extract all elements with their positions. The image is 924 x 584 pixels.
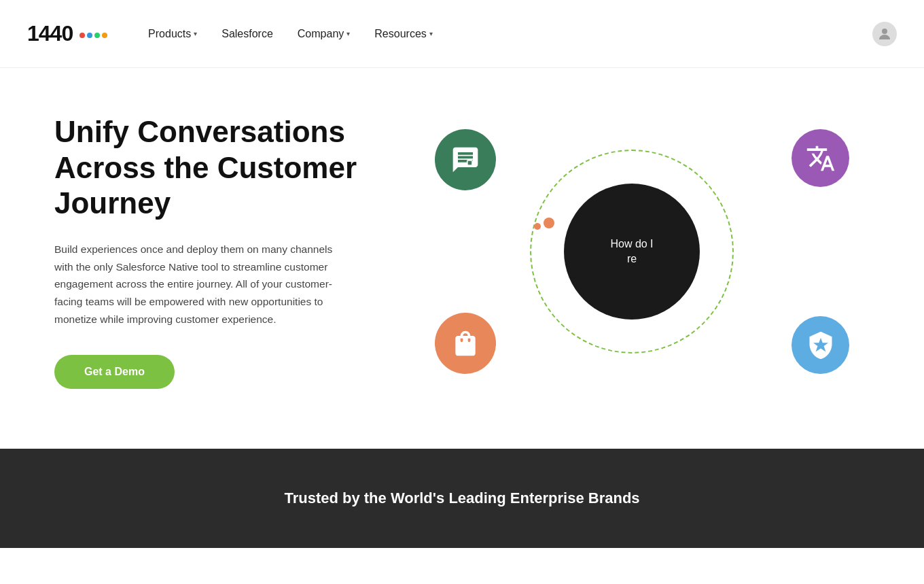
ring-dot-medium (544, 218, 554, 228)
logo[interactable]: 1440 (27, 21, 107, 46)
trust-section: Trusted by the World's Leading Enterpris… (0, 449, 924, 548)
hero-illustration: How do I re (394, 109, 870, 394)
user-icon (876, 26, 893, 42)
center-circle-text: How do I re (610, 237, 653, 267)
hero-description: Build experiences once and deploy them o… (54, 241, 346, 328)
nav-label-resources: Resources (374, 28, 426, 40)
nav-item-products[interactable]: Products ▾ (148, 28, 197, 40)
chat-icon-circle (435, 129, 496, 190)
nav-item-company[interactable]: Company ▾ (298, 28, 350, 40)
center-circle: How do I re (564, 184, 700, 320)
nav-link-resources[interactable]: Resources ▾ (374, 28, 432, 40)
shop-icon (450, 328, 480, 358)
shield-icon-circle (792, 316, 849, 374)
chevron-down-icon: ▾ (194, 30, 197, 37)
ring-dot-small (534, 223, 541, 230)
logo-dots (79, 33, 107, 38)
translate-icon-circle (792, 129, 849, 187)
nav-item-salesforce[interactable]: Salesforce (221, 28, 273, 40)
nav-link-salesforce[interactable]: Salesforce (221, 28, 273, 40)
hero-content: Unify Conversations Across the Customer … (54, 114, 394, 389)
logo-text: 1440 (27, 21, 107, 46)
chevron-down-icon: ▾ (346, 30, 350, 37)
nav-links: Products ▾ Salesforce Company ▾ Resource… (148, 28, 433, 40)
nav-item-resources[interactable]: Resources ▾ (374, 28, 432, 40)
hero-section: Unify Conversations Across the Customer … (0, 68, 924, 449)
hero-title: Unify Conversations Across the Customer … (54, 114, 394, 222)
dot-blue (87, 33, 92, 38)
get-demo-button[interactable]: Get a Demo (54, 355, 175, 389)
chevron-down-icon: ▾ (429, 30, 433, 37)
trust-title: Trusted by the World's Leading Enterpris… (27, 489, 897, 507)
nav-link-company[interactable]: Company ▾ (298, 28, 350, 40)
center-text-line2: re (627, 253, 637, 264)
dot-orange (102, 33, 107, 38)
nav-label-salesforce: Salesforce (221, 28, 273, 40)
nav-label-products: Products (148, 28, 191, 40)
svg-point-0 (882, 29, 887, 34)
nav-label-company: Company (298, 28, 344, 40)
nav-link-products[interactable]: Products ▾ (148, 28, 197, 40)
dot-green (94, 33, 100, 38)
dot-red (79, 33, 85, 38)
user-avatar[interactable] (872, 22, 897, 46)
shield-star-icon (806, 330, 836, 360)
center-text-line1: How do I (610, 238, 653, 250)
chat-icon (450, 145, 480, 175)
translate-icon (806, 143, 836, 173)
navbar: 1440 Products ▾ Salesforce Company ▾ (0, 0, 924, 68)
shop-icon-circle (435, 313, 496, 374)
